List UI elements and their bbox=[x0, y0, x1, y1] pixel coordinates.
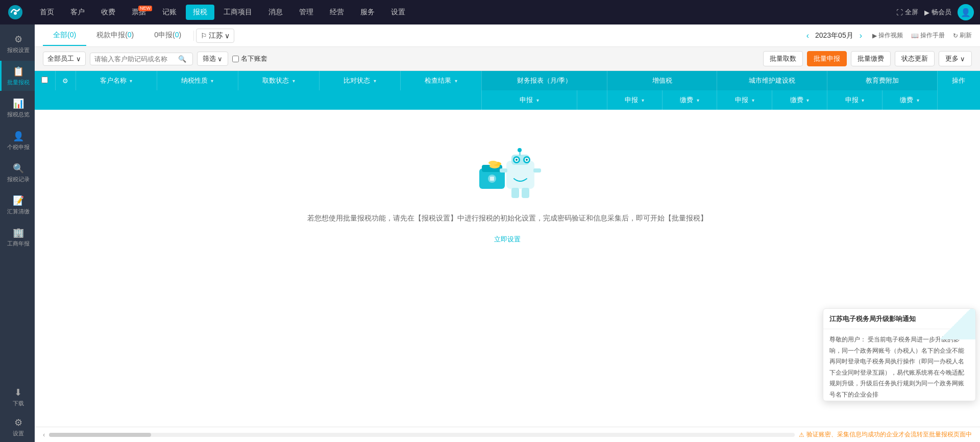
th-financial-report: 财务报表（月/季） bbox=[481, 71, 607, 90]
sidebar-label: 汇算清缴 bbox=[7, 208, 30, 215]
sub-tab-0申报[interactable]: 0申报(0) bbox=[144, 26, 191, 46]
sidebar-label: 报税设置 bbox=[7, 47, 30, 54]
filter-button[interactable]: 筛选 ∨ bbox=[197, 52, 228, 66]
nav-item-工商项目[interactable]: 工商项目 bbox=[216, 5, 259, 20]
batch-fetch-button[interactable]: 批量取数 bbox=[763, 51, 803, 66]
status-update-button[interactable]: 状态更新 bbox=[895, 51, 935, 66]
th-vat-pay: 缴费 ▾ bbox=[662, 90, 717, 110]
nav-item-收费[interactable]: 收费 bbox=[94, 5, 122, 20]
sub-tab-税款申报[interactable]: 税款申报(0) bbox=[86, 26, 144, 46]
sidebar-icon: 📋 bbox=[13, 66, 24, 77]
sidebar-bottom-item-设置[interactable]: ⚙设置 bbox=[8, 412, 27, 442]
sidebar-bottom-item-下载[interactable]: ⬇下载 bbox=[8, 382, 27, 412]
th-urban-declare: 申报 ▾ bbox=[717, 90, 772, 110]
search-input[interactable] bbox=[94, 55, 176, 63]
sidebar-item-工商年报[interactable]: 🏢工商年报 bbox=[0, 222, 35, 252]
video-action[interactable]: ▶操作视频 bbox=[872, 31, 903, 40]
tab-right-actions: ▶操作视频 📖操作手册 ↻刷新 bbox=[872, 31, 972, 40]
sidebar-bottom-icon: ⚙ bbox=[14, 417, 22, 428]
th-customer-name: 客户名称 ▾ bbox=[76, 71, 157, 90]
nav-item-经营[interactable]: 经营 bbox=[323, 5, 351, 20]
next-date-button[interactable]: › bbox=[857, 29, 864, 42]
region-selector[interactable]: ⚐ 江苏 ∨ bbox=[196, 29, 234, 43]
table-header-row-2: 申报 ▾ 申报 ▾ 缴费 ▾ 申报 ▾ 缴费 ▾ 申报 ▾ 缴费 ▾ bbox=[35, 90, 980, 110]
nav-item-报税[interactable]: 报税 bbox=[186, 5, 214, 20]
sidebar-icon: 🔍 bbox=[13, 163, 24, 174]
th-finance-sub2 bbox=[577, 90, 607, 110]
select-all-checkbox[interactable] bbox=[41, 77, 48, 83]
nav-item-消息[interactable]: 消息 bbox=[261, 5, 290, 20]
notif-header: 江苏电子税务局升级影响通知 ✕ bbox=[823, 309, 975, 329]
th-fetch-status: 取数状态 ▾ bbox=[238, 71, 319, 90]
th-tax-nature: 纳税性质 ▾ bbox=[157, 71, 238, 90]
member-button[interactable]: ▶畅会员 bbox=[924, 8, 951, 17]
th-gear: ⚙ bbox=[55, 71, 76, 90]
nav-item-管理[interactable]: 管理 bbox=[292, 5, 321, 20]
th-check-result: 检查结果 ▾ bbox=[400, 71, 481, 90]
sidebar: ⚙报税设置📋批量报税📊报税总览👤个税申报🔍报税记录📝汇算清缴🏢工商年报⬇下载⚙设… bbox=[0, 24, 35, 442]
th-education-fee: 教育费附加 bbox=[827, 71, 938, 90]
app-logo[interactable] bbox=[6, 3, 24, 21]
nav-right: ⛶全屏 ▶畅会员 👤 bbox=[896, 4, 974, 20]
horizontal-scrollbar[interactable] bbox=[49, 433, 795, 437]
sidebar-bottom-label: 下载 bbox=[13, 400, 24, 407]
nav-item-客户[interactable]: 客户 bbox=[63, 5, 92, 20]
manual-action[interactable]: 📖操作手册 bbox=[911, 31, 945, 40]
sidebar-item-报税设置[interactable]: ⚙报税设置 bbox=[0, 29, 35, 59]
sidebar-label: 个税申报 bbox=[7, 144, 30, 151]
account-checkbox[interactable] bbox=[232, 56, 239, 62]
search-box: 🔍 bbox=[90, 53, 193, 65]
sidebar-bottom-label: 设置 bbox=[13, 430, 24, 437]
scroll-thumb bbox=[49, 433, 151, 437]
sidebar-bottom-icon: ⬇ bbox=[14, 387, 22, 398]
employee-filter[interactable]: 全部员工 ∨ bbox=[43, 52, 86, 66]
checkbox-label[interactable]: 名下账套 bbox=[232, 54, 267, 63]
sidebar-item-个税申报[interactable]: 👤个税申报 bbox=[0, 126, 35, 156]
sidebar-item-报税总览[interactable]: 📊报税总览 bbox=[0, 93, 35, 123]
svg-rect-20 bbox=[533, 168, 541, 173]
nav-item-设置[interactable]: 设置 bbox=[384, 5, 412, 20]
user-avatar[interactable]: 👤 bbox=[958, 4, 974, 20]
refresh-action[interactable]: ↻刷新 bbox=[953, 31, 972, 40]
th-compare-status: 比对状态 ▾ bbox=[319, 71, 400, 90]
nav-items: 首页客户收费票据NEW记账报税工商项目消息管理经营服务设置 bbox=[33, 5, 896, 20]
nav-item-首页[interactable]: 首页 bbox=[33, 5, 61, 20]
filter-label: 筛选 bbox=[203, 54, 216, 63]
nav-item-服务[interactable]: 服务 bbox=[353, 5, 382, 20]
fullscreen-button[interactable]: ⛶全屏 bbox=[896, 8, 918, 17]
sidebar-item-报税记录[interactable]: 🔍报税记录 bbox=[0, 158, 35, 188]
th-edu-pay: 缴费 ▾ bbox=[882, 90, 937, 110]
video-label: 操作视频 bbox=[878, 31, 903, 40]
refresh-label: 刷新 bbox=[960, 31, 972, 40]
more-arrow-icon: ∨ bbox=[960, 55, 965, 63]
sidebar-item-批量报税[interactable]: 📋批量报税 bbox=[0, 61, 35, 91]
svg-rect-9 bbox=[506, 161, 534, 189]
bottom-bar: ‹ ⚠ 验证账密、采集信息均成功的企业才会流转至批量报税页面中 bbox=[35, 427, 980, 442]
toolbar: 全部员工 ∨ 🔍 筛选 ∨ 名下账套 批量取数 批量申报 批量缴费 状态更新 更… bbox=[35, 47, 980, 71]
sub-tabs-bar: 全部(0)税款申报(0)0申报(0) ⚐ 江苏 ∨ ‹ 2023年05月 › ▶… bbox=[35, 24, 980, 47]
prev-date-button[interactable]: ‹ bbox=[804, 29, 811, 42]
sidebar-label: 报税总览 bbox=[7, 111, 30, 118]
th-urban-tax: 城市维护建设税 bbox=[717, 71, 827, 90]
sidebar-icon: 🏢 bbox=[13, 227, 24, 238]
th-vat: 增值税 bbox=[607, 71, 717, 90]
batch-declare-button[interactable]: 批量申报 bbox=[807, 51, 847, 66]
notif-close-button[interactable]: ✕ bbox=[963, 314, 969, 324]
sub-tab-全部[interactable]: 全部(0) bbox=[43, 26, 86, 46]
th-vat-declare: 申报 ▾ bbox=[607, 90, 662, 110]
setup-link[interactable]: 立即设置 bbox=[494, 235, 521, 244]
sidebar-icon: 👤 bbox=[13, 131, 24, 142]
more-button[interactable]: 更多 ∨ bbox=[939, 51, 972, 66]
sidebar-icon: ⚙ bbox=[14, 34, 22, 45]
checkbox-text: 名下账套 bbox=[241, 54, 267, 63]
search-button[interactable]: 🔍 bbox=[176, 55, 188, 63]
nav-item-票据[interactable]: 票据NEW bbox=[125, 5, 153, 20]
sidebar-item-汇算清缴[interactable]: 📝汇算清缴 bbox=[0, 190, 35, 220]
nav-item-记账[interactable]: 记账 bbox=[155, 5, 184, 20]
sidebar-icon: 📝 bbox=[13, 195, 24, 206]
svg-rect-19 bbox=[500, 168, 507, 173]
batch-pay-button[interactable]: 批量缴费 bbox=[851, 51, 891, 66]
svg-rect-21 bbox=[511, 188, 519, 198]
scroll-left-arrow[interactable]: ‹ bbox=[43, 431, 45, 438]
table-header-row-1: ⚙ 客户名称 ▾ 纳税性质 ▾ 取数状态 ▾ 比对状态 ▾ bbox=[35, 71, 980, 90]
